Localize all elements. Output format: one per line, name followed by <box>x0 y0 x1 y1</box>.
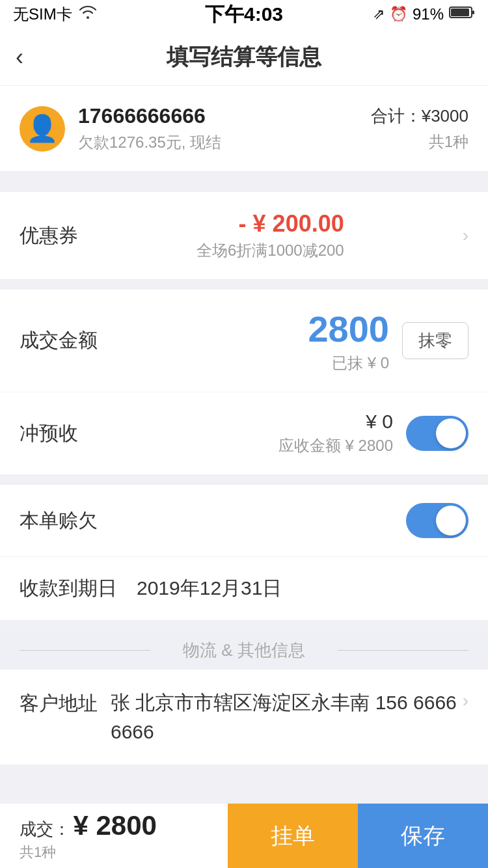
customer-right: 合计：¥3000 共1种 <box>371 105 468 152</box>
amount-right: 2800 已抹 ¥ 0 抹零 <box>308 308 468 373</box>
amount-section: 成交金额 2800 已抹 ¥ 0 抹零 冲预收 ¥ 0 应收金额 ¥ 2800 <box>0 290 488 474</box>
precharge-receivable: 应收金额 ¥ 2800 <box>278 435 393 456</box>
status-left: 无SIM卡 <box>13 4 97 25</box>
save-button[interactable]: 保存 <box>358 804 488 869</box>
duedate-label: 收款到期日 <box>20 575 117 602</box>
section-divider-3 <box>0 474 488 485</box>
amount-sub: 已抹 ¥ 0 <box>308 353 389 373</box>
address-label: 客户地址 <box>20 688 111 717</box>
status-time: 下午4:03 <box>205 1 283 28</box>
amount-value: 2800 <box>308 308 389 350</box>
avatar: 👤 <box>20 106 65 152</box>
debt-row: 本单赊欠 <box>0 485 488 556</box>
precharge-amount: ¥ 0 <box>278 411 393 433</box>
battery-label: 91% <box>413 5 444 23</box>
total-count: 共1种 <box>371 131 468 152</box>
amount-value-container: 2800 已抹 ¥ 0 <box>308 308 389 373</box>
status-right: ⇗ ⏰ 91% <box>373 5 475 23</box>
debt-toggle[interactable] <box>406 503 468 538</box>
carrier-label: 无SIM卡 <box>13 4 72 25</box>
location-icon: ⇗ <box>373 6 385 23</box>
bottom-count: 共1种 <box>20 843 208 862</box>
address-row[interactable]: 客户地址 张 北京市市辖区海淀区永丰南 156 6666 6666 › <box>0 670 488 765</box>
nav-title: 填写结算等信息 <box>167 42 321 72</box>
status-bar: 无SIM卡 下午4:03 ⇗ ⏰ 91% <box>0 0 488 29</box>
total-label: 合计：¥3000 <box>371 105 468 128</box>
logistics-line-left <box>20 650 150 651</box>
debt-label: 本单赊欠 <box>20 508 98 534</box>
customer-debt: 欠款1276.35元, 现结 <box>78 132 221 153</box>
logistics-text: 物流 & 其他信息 <box>183 639 305 662</box>
logistics-divider: 物流 & 其他信息 <box>0 631 488 670</box>
customer-card: 👤 17666666666 欠款1276.35元, 现结 合计：¥3000 共1… <box>0 86 488 171</box>
content: 👤 17666666666 欠款1276.35元, 现结 合计：¥3000 共1… <box>0 86 488 868</box>
back-button[interactable]: ‹ <box>16 44 23 71</box>
bottom-deal-value: ¥ 2800 <box>73 810 156 841</box>
customer-left: 👤 17666666666 欠款1276.35元, 现结 <box>20 104 221 153</box>
section-divider-1 <box>0 182 488 192</box>
coupon-row[interactable]: 优惠券 - ¥ 200.00 全场6折满1000减200 › <box>0 192 488 279</box>
precharge-values: ¥ 0 应收金额 ¥ 2800 <box>278 411 393 456</box>
bottom-deal-label: 成交： <box>20 819 70 839</box>
round-button[interactable]: 抹零 <box>402 322 468 359</box>
bottom-total-row: 成交： ¥ 2800 <box>20 810 208 841</box>
alarm-icon: ⏰ <box>390 6 407 23</box>
coupon-right: - ¥ 200.00 全场6折满1000减200 <box>197 210 344 261</box>
precharge-right: ¥ 0 应收金额 ¥ 2800 <box>278 411 468 456</box>
duedate-value: 2019年12月31日 <box>137 575 282 602</box>
customer-phone: 17666666666 <box>78 104 221 128</box>
precharge-row: 冲预收 ¥ 0 应收金额 ¥ 2800 <box>0 392 488 474</box>
coupon-chevron-icon: › <box>463 225 468 246</box>
address-value: 张 北京市市辖区海淀区永丰南 156 6666 6666 <box>111 688 463 746</box>
nav-bar: ‹ 填写结算等信息 <box>0 29 488 86</box>
battery-icon <box>449 5 475 23</box>
coupon-description: 全场6折满1000减200 <box>197 240 344 261</box>
bottom-info: 成交： ¥ 2800 共1种 <box>0 810 228 862</box>
amount-row: 成交金额 2800 已抹 ¥ 0 抹零 <box>0 290 488 392</box>
hang-button[interactable]: 挂单 <box>228 804 358 869</box>
bottom-bar: 成交： ¥ 2800 共1种 挂单 保存 <box>0 803 488 868</box>
amount-label: 成交金额 <box>20 327 98 354</box>
svg-rect-2 <box>472 10 474 14</box>
coupon-label: 优惠券 <box>20 223 78 249</box>
customer-info: 17666666666 欠款1276.35元, 现结 <box>78 104 221 153</box>
section-divider-2 <box>0 279 488 290</box>
svg-rect-1 <box>451 8 469 16</box>
duedate-row: 收款到期日 2019年12月31日 <box>0 557 488 620</box>
precharge-label: 冲预收 <box>20 420 78 447</box>
avatar-icon: 👤 <box>26 113 59 144</box>
address-chevron-icon: › <box>463 688 468 711</box>
precharge-toggle[interactable] <box>406 416 468 451</box>
coupon-discount: - ¥ 200.00 <box>239 210 344 237</box>
wifi-icon <box>79 5 97 23</box>
logistics-line-right <box>338 650 468 651</box>
